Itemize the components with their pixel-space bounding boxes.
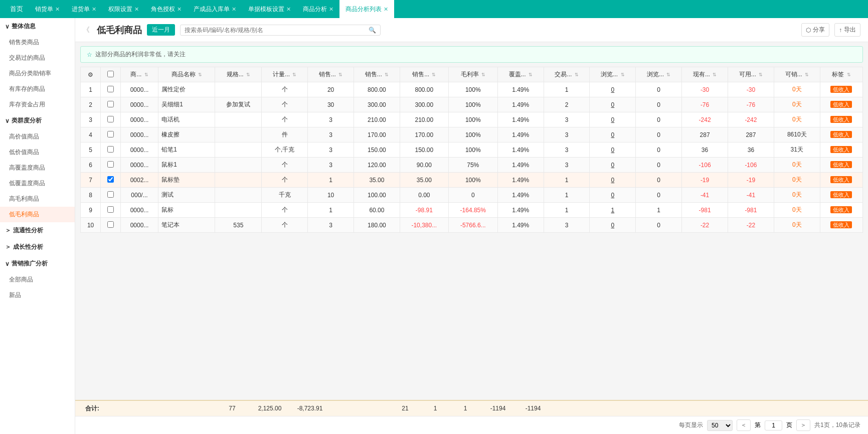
col-current-stock[interactable]: 现有... ⇅ bbox=[682, 67, 728, 82]
col-sales-amt[interactable]: 销售... ⇅ bbox=[354, 67, 400, 82]
current-page-input[interactable] bbox=[765, 420, 782, 430]
nav-product-analysis-list[interactable]: 商品分析列表 ✕ bbox=[339, 0, 394, 18]
row-views1[interactable]: 0 bbox=[590, 127, 636, 142]
sidebar-item-high-value[interactable]: 高价值商品 bbox=[0, 129, 75, 144]
row-select-checkbox[interactable] bbox=[107, 146, 114, 153]
search-input[interactable] bbox=[185, 27, 369, 34]
nav-permission-settings[interactable]: 权限设置 ✕ bbox=[102, 0, 145, 18]
row-name[interactable]: 电话机 bbox=[158, 112, 215, 127]
sidebar-group-growth[interactable]: ＞ 成长性分析 bbox=[0, 239, 75, 255]
row-select-checkbox[interactable] bbox=[107, 161, 114, 168]
row-views1[interactable]: 0 bbox=[590, 188, 636, 203]
col-views2[interactable]: 浏览... ⇅ bbox=[636, 67, 682, 82]
sidebar-group-marketing[interactable]: ∨ 营销推广分析 bbox=[0, 255, 75, 272]
sidebar-item-new-products[interactable]: 新品 bbox=[0, 287, 75, 303]
col-spec[interactable]: 规格... ⇅ bbox=[215, 67, 262, 82]
page-size-select[interactable]: 50 20 100 bbox=[707, 420, 733, 431]
nav-product-analysis[interactable]: 商品分析 ✕ bbox=[297, 0, 339, 18]
row-name[interactable]: 笔记本 bbox=[158, 218, 215, 233]
row-select-checkbox[interactable] bbox=[107, 101, 114, 107]
col-coverage[interactable]: 覆盖... ⇅ bbox=[497, 67, 544, 82]
col-sellable-days[interactable]: 可销... ⇅ bbox=[774, 67, 820, 82]
col-sales-profit[interactable]: 销售... ⇅ bbox=[400, 67, 448, 82]
row-select-checkbox[interactable] bbox=[107, 86, 114, 92]
row-views1[interactable]: 0 bbox=[590, 97, 636, 112]
row-checkbox[interactable] bbox=[101, 82, 121, 97]
row-name[interactable]: 铅笔1 bbox=[158, 142, 215, 158]
select-all-checkbox[interactable] bbox=[107, 71, 114, 77]
row-checkbox[interactable] bbox=[101, 218, 121, 233]
sidebar-group-cluster[interactable]: ∨ 类群度分析 bbox=[0, 112, 75, 129]
row-checkbox[interactable] bbox=[101, 173, 121, 188]
sidebar-item-high-margin[interactable]: 高毛利商品 bbox=[0, 191, 75, 207]
row-views1[interactable]: 0 bbox=[590, 218, 636, 233]
col-views1[interactable]: 浏览... ⇅ bbox=[590, 67, 636, 82]
prev-page-button[interactable]: ＜ bbox=[737, 419, 751, 431]
row-views1[interactable]: 0 bbox=[590, 173, 636, 188]
col-settings[interactable]: ⚙ bbox=[81, 67, 101, 82]
row-name[interactable]: 鼠标1 bbox=[158, 158, 215, 173]
sidebar-collapse-btn[interactable]: 《 bbox=[83, 26, 90, 35]
search-icon[interactable]: 🔍 bbox=[369, 27, 376, 34]
nav-product-instock[interactable]: 产成品入库单 ✕ bbox=[188, 0, 242, 18]
row-checkbox[interactable] bbox=[101, 203, 121, 218]
col-sales-qty[interactable]: 销售... ⇅ bbox=[308, 67, 354, 82]
share-button[interactable]: ⬡ 分享 bbox=[801, 23, 829, 37]
nav-purchase-order[interactable]: 进货单 ✕ bbox=[66, 0, 102, 18]
sidebar-item-in-stock-products[interactable]: 有库存的商品 bbox=[0, 81, 75, 97]
next-page-button[interactable]: ＞ bbox=[796, 419, 810, 431]
row-name[interactable]: 鼠标 bbox=[158, 203, 215, 218]
row-views1[interactable]: 0 bbox=[590, 82, 636, 97]
nav-template-settings[interactable]: 单据模板设置 ✕ bbox=[242, 0, 297, 18]
sidebar-group-overall[interactable]: ∨ 整体信息 bbox=[0, 18, 75, 35]
row-checkbox[interactable] bbox=[101, 142, 121, 158]
sidebar-item-low-value[interactable]: 低价值商品 bbox=[0, 144, 75, 160]
row-views1[interactable]: 1 bbox=[590, 203, 636, 218]
sidebar-item-category-assist-rate[interactable]: 商品分类助销率 bbox=[0, 66, 75, 81]
col-available-stock[interactable]: 可用... ⇅ bbox=[728, 67, 774, 82]
col-trade-count[interactable]: 交易... ⇅ bbox=[544, 67, 590, 82]
row-name[interactable]: 吴细细1 bbox=[158, 97, 215, 112]
nav-product-analysis-list-close-icon[interactable]: ✕ bbox=[384, 6, 388, 13]
row-name[interactable]: 橡皮擦 bbox=[158, 127, 215, 142]
sidebar-item-sales-products[interactable]: 销售类商品 bbox=[0, 35, 75, 50]
row-select-checkbox[interactable] bbox=[107, 191, 114, 198]
row-views1[interactable]: 0 bbox=[590, 158, 636, 173]
sidebar-item-low-coverage[interactable]: 低覆盖度商品 bbox=[0, 176, 75, 191]
sidebar-item-traded-products[interactable]: 交易过的商品 bbox=[0, 50, 75, 66]
col-checkbox[interactable] bbox=[101, 67, 121, 82]
row-name[interactable]: 测试 bbox=[158, 188, 215, 203]
col-name[interactable]: 商品名称 ⇅ bbox=[158, 67, 215, 82]
row-checkbox[interactable] bbox=[101, 112, 121, 127]
row-views1[interactable]: 0 bbox=[590, 112, 636, 127]
row-select-checkbox[interactable] bbox=[107, 116, 114, 122]
nav-sales-order-close-icon[interactable]: ✕ bbox=[55, 6, 60, 13]
nav-role-auth[interactable]: 角色授权 ✕ bbox=[145, 0, 188, 18]
sidebar-item-all-products[interactable]: 全部商品 bbox=[0, 272, 75, 287]
row-checkbox[interactable] bbox=[101, 158, 121, 173]
sidebar-item-stock-capital[interactable]: 库存资金占用 bbox=[0, 97, 75, 112]
row-views1[interactable]: 0 bbox=[590, 142, 636, 158]
nav-purchase-order-close-icon[interactable]: ✕ bbox=[92, 6, 96, 13]
row-name[interactable]: 属性定价 bbox=[158, 82, 215, 97]
row-checkbox[interactable] bbox=[101, 188, 121, 203]
nav-permission-settings-close-icon[interactable]: ✕ bbox=[134, 6, 139, 13]
nav-product-instock-close-icon[interactable]: ✕ bbox=[232, 6, 236, 13]
nav-product-analysis-close-icon[interactable]: ✕ bbox=[329, 6, 333, 13]
row-select-checkbox[interactable] bbox=[107, 206, 114, 213]
col-code[interactable]: 商... ⇅ bbox=[120, 67, 158, 82]
nav-template-settings-close-icon[interactable]: ✕ bbox=[286, 6, 291, 13]
date-filter-button[interactable]: 近一月 bbox=[147, 24, 175, 36]
nav-sales-order[interactable]: 销货单 ✕ bbox=[29, 0, 66, 18]
sidebar-group-circulation[interactable]: ＞ 流通性分析 bbox=[0, 222, 75, 239]
row-name[interactable]: 鼠标垫 bbox=[158, 173, 215, 188]
col-tag[interactable]: 标签 ⇅ bbox=[820, 67, 862, 82]
row-select-checkbox[interactable] bbox=[107, 221, 114, 228]
row-checkbox[interactable] bbox=[101, 127, 121, 142]
row-select-checkbox[interactable] bbox=[107, 131, 114, 137]
sidebar-item-low-margin[interactable]: 低毛利商品 bbox=[0, 207, 75, 222]
export-button[interactable]: ↑ 导出 bbox=[834, 23, 860, 37]
row-select-checkbox[interactable] bbox=[107, 176, 114, 183]
col-unit[interactable]: 计量... ⇅ bbox=[262, 67, 308, 82]
row-checkbox[interactable] bbox=[101, 97, 121, 112]
